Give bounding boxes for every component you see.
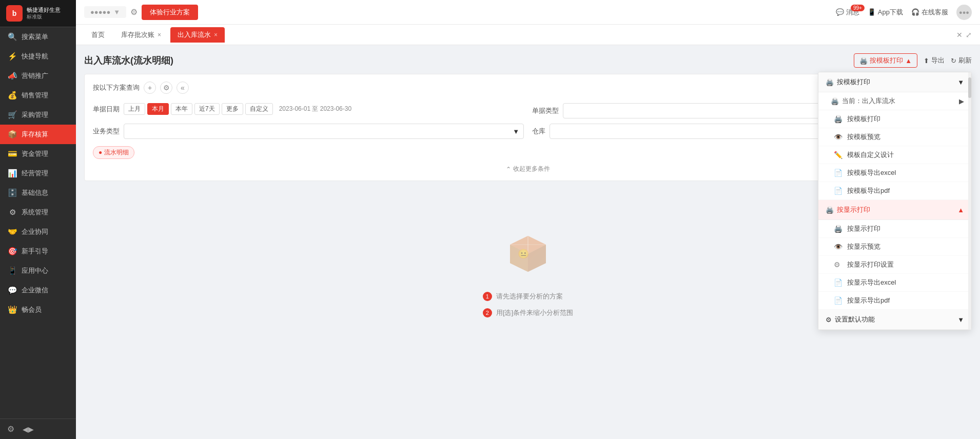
template-print-label: 按模板打印 (870, 56, 903, 65)
user-avatar[interactable]: ●●● (956, 5, 972, 20)
sidebar-item-marketing[interactable]: 📣 营销推广 (0, 66, 76, 86)
date-btn-7days[interactable]: 近7天 (194, 103, 220, 115)
display-export-excel-item[interactable]: 📄 按显示导出excel (818, 274, 971, 292)
dropdown-scrollbar-thumb[interactable] (968, 77, 971, 98)
page-actions: 🖨️ 按模板打印 ▲ ⬆ 导出 ↻ 刷新 (854, 53, 972, 68)
tab-stock-flow-close[interactable]: × (214, 31, 218, 38)
app-edition: 标准版 (27, 13, 61, 21)
template-export-excel-item[interactable]: 📄 按模板导出excel (818, 164, 971, 182)
filter-gear-btn[interactable]: ⚙ (160, 82, 172, 94)
display-print-item[interactable]: 🖨️ 按显示打印 (818, 220, 971, 238)
online-service-item[interactable]: 🎧 在线客服 (911, 8, 948, 17)
sidebar-item-sales[interactable]: 💰 销售管理 (0, 86, 76, 105)
sidebar-item-search[interactable]: 🔍 搜索菜单 (0, 27, 76, 47)
member-icon: 👑 (7, 305, 17, 314)
sidebar-item-guide[interactable]: 🎯 新手引导 (0, 242, 76, 261)
flow-detail-tag[interactable]: ● 流水明细 (93, 146, 134, 159)
date-btn-this-month[interactable]: 本月 (147, 103, 169, 115)
phone-icon: 📱 (868, 8, 876, 16)
sidebar-label-member: 畅会员 (22, 305, 42, 314)
collapse-more-label: 收起更多条件 (513, 165, 550, 173)
filter-add-btn[interactable]: + (144, 82, 156, 94)
topbar-user-area[interactable]: ●●●●● ▼ (84, 6, 126, 18)
template-preview-item-label: 按模板预览 (847, 132, 880, 142)
guide-icon: 🎯 (7, 247, 17, 256)
sidebar-item-appcenter[interactable]: 📱 应用中心 (0, 261, 76, 281)
finance-icon: 💳 (7, 149, 17, 158)
sidebar-item-collab[interactable]: 🤝 企业协同 (0, 222, 76, 242)
page-title: 出入库流水(流水明细) (84, 54, 173, 67)
sidebar-label-weixin: 企业微信 (22, 286, 48, 295)
date-btn-last-month[interactable]: 上月 (124, 103, 145, 115)
window-maximize-icon[interactable]: ⤢ (966, 31, 972, 39)
template-preview-item[interactable]: 👁️ 按模板预览 (818, 128, 971, 146)
sidebar-item-quicknav[interactable]: ⚡ 快捷导航 (0, 47, 76, 66)
export-btn[interactable]: ⬆ 导出 (924, 56, 945, 65)
template-export-excel-icon: 📄 (834, 169, 843, 177)
topbar-left: ●●●●● ▼ ⚙ 体验行业方案 (84, 5, 830, 20)
message-badge-item[interactable]: 💬 消息 99+ (836, 8, 859, 17)
tip-item-1: 1 请先选择要分析的方案 (483, 290, 573, 303)
sidebar-label-collab: 企业协同 (22, 227, 48, 236)
topbar-gear-icon[interactable]: ⚙ (130, 7, 138, 17)
template-print-section-label: 按模板打印 (837, 77, 870, 87)
export-label: 导出 (931, 56, 945, 65)
dropdown-scrollbar[interactable] (968, 72, 971, 330)
sidebar-label-operations: 经营管理 (22, 169, 48, 178)
tab-inventory-batch-close[interactable]: × (158, 31, 161, 38)
sidebar-item-weixin[interactable]: 💬 企业微信 (0, 281, 76, 300)
sidebar-item-finance[interactable]: 💳 资金管理 (0, 144, 76, 164)
sidebar-item-inventory[interactable]: 📦 库存核算 (0, 125, 76, 144)
date-btn-this-year[interactable]: 本年 (171, 103, 192, 115)
template-export-pdf-item[interactable]: 📄 按模板导出pdf (818, 182, 971, 200)
tab-stock-flow[interactable]: 出入库流水 × (170, 27, 225, 43)
window-close-icon[interactable]: ✕ (956, 31, 963, 39)
template-print-section-header[interactable]: 🖨️ 按模板打印 ▼ (818, 72, 971, 92)
sidebar-item-system[interactable]: ⚙ 系统管理 (0, 203, 76, 222)
template-preview-item-icon: 👁️ (834, 133, 843, 141)
sidebar-label-search: 搜索菜单 (22, 32, 48, 42)
date-btn-custom[interactable]: 自定义 (245, 103, 273, 115)
collab-icon: 🤝 (7, 227, 17, 236)
template-print-btn[interactable]: 🖨️ 按模板打印 ▲ (854, 53, 917, 68)
template-custom-item[interactable]: ✏️ 模板自定义设计 (818, 146, 971, 164)
display-export-pdf-item[interactable]: 📄 按显示导出pdf (818, 292, 971, 310)
marketing-icon: 📣 (7, 71, 17, 81)
date-btn-more[interactable]: 更多 (222, 103, 243, 115)
sidebar-item-operations[interactable]: 📊 经营管理 (0, 164, 76, 183)
sidebar-item-member[interactable]: 👑 畅会员 (0, 300, 76, 320)
template-export-excel-label: 按模板导出excel (847, 168, 896, 177)
filter-collapse-btn[interactable]: « (177, 82, 189, 94)
trial-btn[interactable]: 体验行业方案 (142, 5, 198, 20)
template-custom-item-label: 模板自定义设计 (847, 150, 894, 159)
display-preview-item[interactable]: 👁️ 按显示预览 (818, 238, 971, 256)
doc-type-label: 单据类型 (532, 106, 559, 115)
search-icon: 🔍 (7, 32, 17, 42)
tabbar: 首页 库存批次账 × 出入库流水 × ✕ ⤢ (76, 25, 980, 45)
display-print-settings-item[interactable]: ⚙ 按显示打印设置 (818, 256, 971, 274)
tab-home[interactable]: 首页 (84, 27, 112, 43)
filter-label-row: 按以下方案查询 + ⚙ « (93, 82, 189, 94)
sidebar-label-system: 系统管理 (22, 208, 48, 217)
tab-inventory-batch[interactable]: 库存批次账 × (114, 27, 168, 43)
current-template-row[interactable]: 🖨️ 当前：出入库流水 ▶ (818, 92, 971, 110)
add-icon: + (148, 84, 152, 92)
display-print-section-header[interactable]: 🖨️ 按显示打印 ▲ (818, 200, 971, 220)
settings-gear-icon[interactable]: ⚙ (7, 424, 14, 434)
template-print-section-arrow: ▼ (957, 78, 964, 86)
sidebar-item-basicinfo[interactable]: 🗄️ 基础信息 (0, 183, 76, 203)
collapse-arrow-icon: « (181, 84, 185, 92)
biz-type-select[interactable]: ▼ (124, 124, 524, 139)
date-filter-group: 单据日期 上月 本月 本年 近7天 更多 自定义 2023-06-01 至 20… (93, 103, 524, 115)
app-download-item[interactable]: 📱 App下载 (868, 8, 903, 17)
operations-icon: 📊 (7, 169, 17, 178)
topbar-username: ●●●●● (90, 8, 110, 16)
sidebar-label-purchase: 采购管理 (22, 110, 48, 119)
sidebar-label-sales: 销售管理 (22, 91, 48, 100)
set-default-arrow: ▼ (957, 316, 964, 324)
sidebar-item-purchase[interactable]: 🛒 采购管理 (0, 105, 76, 125)
sidebar-collapse-icon[interactable]: ◀▶ (23, 425, 34, 433)
template-print-item[interactable]: 🖨️ 按模板打印 (818, 110, 971, 128)
refresh-btn[interactable]: ↻ 刷新 (951, 56, 972, 65)
set-default-section-header[interactable]: ⚙ 设置默认功能 ▼ (818, 310, 971, 330)
